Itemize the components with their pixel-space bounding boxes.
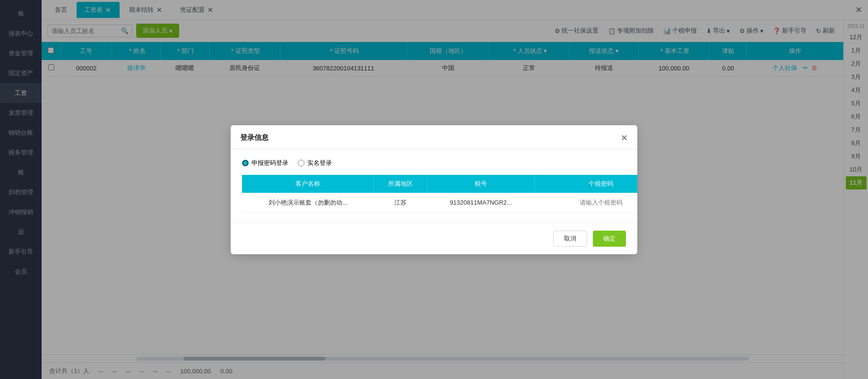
client-table: 客户名称 所属地区 税号 个税密码 刘小艳演示账套（勿删勿动... 江苏 913… (242, 175, 637, 213)
radio-password-login[interactable]: 申报密码登录 (242, 159, 288, 167)
cancel-button[interactable]: 取消 (553, 231, 587, 247)
dialog-footer: 取消 确定 (231, 223, 637, 254)
dialog-col-password: 个税密码 (535, 175, 637, 193)
dialog-col-tax-id: 税号 (427, 175, 535, 193)
dialog-cell-region: 江苏 (374, 193, 427, 213)
radio-realname-login[interactable]: 实名登录 (298, 159, 332, 167)
dialog-close-button[interactable]: ✕ (621, 133, 628, 143)
dialog-header: 登录信息 ✕ (231, 125, 637, 149)
dialog-body: 申报密码登录 实名登录 客户名称 所属地区 税号 个税密码 (231, 149, 637, 223)
confirm-button[interactable]: 确定 (593, 231, 626, 247)
radio-password-input[interactable] (242, 160, 249, 166)
dialog-cell-tax-id: 91320811MA7NGR2... (427, 193, 535, 213)
dialog-col-region: 所属地区 (374, 175, 427, 193)
dialog-title: 登录信息 (240, 133, 269, 142)
login-dialog: 登录信息 ✕ 申报密码登录 实名登录 客户名称 所属地区 (231, 125, 637, 254)
dialog-overlay: 登录信息 ✕ 申报密码登录 实名登录 客户名称 所属地区 (0, 0, 868, 379)
radio-realname-input[interactable] (298, 160, 304, 166)
dialog-cell-client-name: 刘小艳演示账套（勿删勿动... (242, 193, 374, 213)
dialog-cell-password[interactable] (535, 193, 637, 213)
dialog-col-client-name: 客户名称 (242, 175, 374, 193)
tax-password-input[interactable] (540, 199, 637, 206)
login-type-radio-group: 申报密码登录 实名登录 (242, 159, 626, 167)
dialog-table-row: 刘小艳演示账套（勿删勿动... 江苏 91320811MA7NGR2... (242, 193, 637, 213)
